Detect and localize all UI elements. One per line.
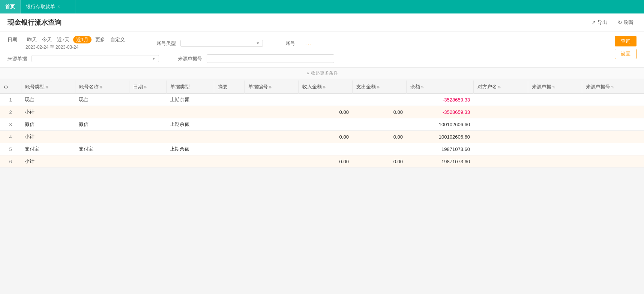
filter-actions: 查询 设置 — [610, 36, 636, 63]
cell-doc_no — [245, 118, 299, 131]
col-header-gear: ⚙ — [0, 81, 21, 94]
nav-home[interactable]: 首页 — [0, 0, 21, 13]
date-shortcut-1[interactable]: 今天 — [41, 36, 53, 43]
col-label-source_doc: 来源单据 — [532, 84, 551, 90]
cell-expense — [353, 118, 407, 131]
cell-counterpart — [474, 94, 528, 106]
gear-icon[interactable]: ⚙ — [4, 84, 8, 90]
cell-doc_type — [166, 131, 214, 143]
cell-doc_type: 上期余额 — [166, 118, 214, 131]
cell-account_name: 微信 — [75, 118, 129, 131]
collapse-label: 收起更多条件 — [311, 70, 338, 76]
sort-icon-account_type: ⇅ — [45, 85, 48, 89]
col-header-doc_type: 单据类型 — [166, 81, 214, 94]
cell-doc_no — [245, 94, 299, 106]
cell-income — [299, 143, 353, 155]
account-dots-button[interactable]: ... — [305, 40, 312, 47]
cell-summary — [214, 155, 245, 168]
cell-source_doc — [528, 106, 582, 118]
sort-icon-counterpart: ⇅ — [498, 85, 501, 89]
settings-button[interactable]: 设置 — [615, 49, 636, 59]
source-doc-label: 来源单据 — [8, 55, 27, 62]
table-row: 6小计0.000.0019871073.60 — [0, 155, 644, 168]
date-shortcuts: 昨天今天近7天近1月更多自定义 — [26, 36, 126, 43]
cell-source_doc — [528, 118, 582, 131]
cell-date — [129, 155, 167, 168]
cell-doc_type — [166, 155, 214, 168]
cell-doc_type: 上期余额 — [166, 143, 214, 155]
cell-expense — [353, 94, 407, 106]
cell-income — [299, 94, 353, 106]
sort-icon-expense: ⇅ — [377, 85, 380, 89]
col-header-source_doc_no[interactable]: 来源单据号⇅ — [582, 81, 644, 94]
col-header-account_type[interactable]: 账号类型⇅ — [21, 81, 75, 94]
sort-icon-source_doc: ⇅ — [552, 85, 555, 89]
source-doc-chevron-icon: ▼ — [152, 57, 156, 61]
filter-section: 日期 昨天今天近7天近1月更多自定义 2023-02-24 至 2023-03-… — [0, 31, 644, 68]
refresh-button[interactable]: ↻ 刷新 — [615, 18, 636, 27]
sort-icon-source_doc_no: ⇅ — [611, 85, 614, 89]
cell-doc_no — [245, 106, 299, 118]
cell-account_name — [75, 155, 129, 168]
col-header-income[interactable]: 收入金额⇅ — [299, 81, 353, 94]
cell-income: 0.00 — [299, 155, 353, 168]
export-icon: ↗ — [591, 19, 596, 25]
cell-balance: 19871073.60 — [407, 143, 474, 155]
cell-expense — [353, 143, 407, 155]
date-shortcut-4[interactable]: 更多 — [94, 36, 107, 43]
nav-tab-4[interactable]: 银行存取款单× — [21, 0, 75, 13]
nav-tab-close-4[interactable]: × — [58, 0, 60, 13]
cell-date — [129, 94, 167, 106]
cell-source_doc_no — [582, 155, 644, 168]
cell-source_doc_no — [582, 106, 644, 118]
cell-doc_no — [245, 143, 299, 155]
col-header-date[interactable]: 日期⇅ — [129, 81, 167, 94]
col-label-source_doc_no: 来源单据号 — [586, 84, 610, 90]
cell-account_name — [75, 131, 129, 143]
date-shortcut-3[interactable]: 近1月 — [73, 36, 92, 43]
table-row: 1现金现金上期余额-3528659.33 — [0, 94, 644, 106]
nav-tab-label-4: 银行存取款单 — [26, 0, 55, 13]
col-header-doc_no[interactable]: 单据编号⇅ — [245, 81, 299, 94]
col-header-counterpart[interactable]: 对方户名⇅ — [474, 81, 528, 94]
cell-summary — [214, 106, 245, 118]
cell-source_doc — [528, 155, 582, 168]
col-header-summary: 摘要 — [214, 81, 245, 94]
cell-account_type: 小计 — [21, 155, 75, 168]
cell-income — [299, 118, 353, 131]
col-header-balance[interactable]: 余额⇅ — [407, 81, 474, 94]
cell-num: 1 — [0, 94, 21, 106]
table-section: ⚙账号类型⇅账号名称⇅日期⇅单据类型摘要单据编号⇅收入金额⇅支出金额⇅余额⇅对方… — [0, 81, 644, 168]
page-header: 现金银行流水查询 ↗ 导出 ↻ 刷新 — [0, 13, 644, 31]
date-shortcut-2[interactable]: 近7天 — [56, 36, 71, 43]
col-header-source_doc[interactable]: 来源单据⇅ — [528, 81, 582, 94]
date-shortcut-0[interactable]: 昨天 — [26, 36, 38, 43]
cell-date — [129, 106, 167, 118]
cell-balance: 100102606.60 — [407, 118, 474, 131]
date-range: 2023-02-24 至 2023-03-24 — [26, 45, 78, 50]
cell-summary — [214, 118, 245, 131]
cell-account_type: 支付宝 — [21, 143, 75, 155]
table-row: 2小计0.000.00-3528659.33 — [0, 106, 644, 118]
cell-summary — [214, 131, 245, 143]
col-label-date: 日期 — [133, 84, 143, 90]
table-body: 1现金现金上期余额-3528659.332小计0.000.00-3528659.… — [0, 94, 644, 168]
cell-date — [129, 118, 167, 131]
cell-counterpart — [474, 143, 528, 155]
cell-account_name: 支付宝 — [75, 143, 129, 155]
collapse-bar[interactable]: ∧ 收起更多条件 — [0, 68, 644, 79]
cell-expense: 0.00 — [353, 106, 407, 118]
col-label-expense: 支出金额 — [356, 84, 376, 90]
data-table: ⚙账号类型⇅账号名称⇅日期⇅单据类型摘要单据编号⇅收入金额⇅支出金额⇅余额⇅对方… — [0, 81, 644, 168]
export-button[interactable]: ↗ 导出 — [588, 18, 610, 27]
refresh-icon: ↻ — [618, 19, 622, 25]
source-doc-no-input[interactable] — [207, 54, 334, 63]
col-header-account_name[interactable]: 账号名称⇅ — [75, 81, 129, 94]
source-doc-select[interactable]: ▼ — [32, 55, 159, 62]
col-header-expense[interactable]: 支出金额⇅ — [353, 81, 407, 94]
query-button[interactable]: 查询 — [615, 36, 636, 46]
sort-icon-date: ⇅ — [144, 85, 147, 89]
date-shortcut-5[interactable]: 自定义 — [109, 36, 126, 43]
account-type-select[interactable]: ▼ — [180, 40, 263, 47]
cell-source_doc_no — [582, 118, 644, 131]
